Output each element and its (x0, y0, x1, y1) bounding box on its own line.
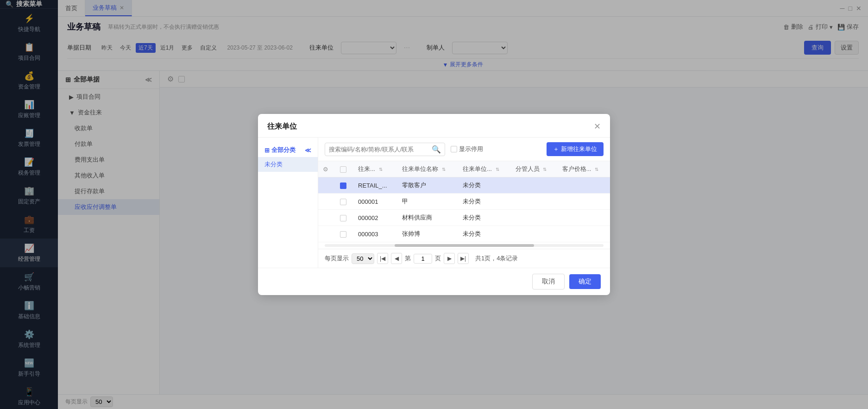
last-page-button[interactable]: ▶| (458, 253, 469, 264)
scrollbar-track (325, 244, 604, 247)
td-category: 未分类 (458, 226, 510, 242)
modal-search-box[interactable]: 🔍 (325, 143, 445, 156)
page-size-select[interactable]: 50 (352, 253, 374, 264)
sort-icon: ⇅ (379, 167, 383, 172)
collapse-icon: ≪ (305, 147, 311, 154)
total-info: 共1页，4条记录 (475, 254, 518, 263)
sort-icon: ⇅ (595, 167, 598, 172)
th-manager[interactable]: 分管人员 ⇅ (511, 161, 558, 177)
add-partner-button[interactable]: ＋ 新增往来单位 (547, 142, 604, 156)
table-row[interactable]: 000003 张帅博 未分类 (318, 226, 610, 242)
td-settings (318, 226, 335, 242)
modal-table: ⚙ 往来... ⇅ 往来单位名称 ⇅ (318, 161, 610, 242)
th-select (335, 161, 353, 177)
modal-header: 往来单位 ✕ (258, 114, 610, 138)
td-name: 零散客户 (397, 177, 458, 194)
sort-icon: ⇅ (442, 167, 446, 172)
modal-close-button[interactable]: ✕ (594, 121, 601, 132)
th-settings: ⚙ (318, 161, 335, 177)
th-category[interactable]: 往来单位... ⇅ (458, 161, 510, 177)
table-row[interactable]: RETAIL_... 零散客户 未分类 (318, 177, 610, 194)
scrollbar-thumb (395, 244, 534, 247)
show-disabled-toggle[interactable]: 显示停用 (451, 145, 483, 153)
modal-right: 🔍 显示停用 ＋ 新增往来单位 ⚙ (318, 138, 610, 268)
next-page-button[interactable]: ▶ (444, 253, 455, 264)
td-checkbox[interactable] (335, 226, 353, 242)
page-number-input[interactable] (414, 254, 432, 264)
td-name: 张帅博 (397, 226, 458, 242)
table-row[interactable]: 000001 甲 未分类 (318, 194, 610, 210)
td-checkbox[interactable] (335, 194, 353, 210)
td-checkbox[interactable] (335, 177, 353, 194)
td-manager (511, 177, 558, 194)
modal-toolbar: 🔍 显示停用 ＋ 新增往来单位 (318, 138, 610, 161)
modal-footer: 取消 确定 (258, 268, 610, 295)
td-price (558, 194, 610, 210)
first-page-button[interactable]: |◀ (377, 253, 388, 264)
td-price (558, 177, 610, 194)
partner-modal: 往来单位 ✕ ⊞ 全部分类 ≪ 未分类 🔍 (258, 114, 610, 295)
td-settings (318, 210, 335, 226)
td-category: 未分类 (458, 177, 510, 194)
th-code[interactable]: 往来... ⇅ (353, 161, 397, 177)
td-category: 未分类 (458, 210, 510, 226)
table-header-row: ⚙ 往来... ⇅ 往来单位名称 ⇅ (318, 161, 610, 177)
td-manager (511, 226, 558, 242)
modal-search-icon: 🔍 (432, 145, 441, 154)
category-item-unclassified[interactable]: 未分类 (258, 157, 318, 172)
overlay: 往来单位 ✕ ⊞ 全部分类 ≪ 未分类 🔍 (0, 0, 868, 409)
modal-title: 往来单位 (267, 122, 297, 132)
td-code: 000001 (353, 194, 397, 210)
modal-pagination: 每页显示 50 |◀ ◀ 第 页 ▶ ▶| 共1页，4条记录 (318, 249, 610, 268)
category-header[interactable]: ⊞ 全部分类 ≪ (258, 143, 318, 157)
td-settings (318, 194, 335, 210)
td-manager (511, 194, 558, 210)
td-name: 材料供应商 (397, 210, 458, 226)
td-settings (318, 177, 335, 194)
modal-search-input[interactable] (329, 146, 432, 153)
modal-categories: ⊞ 全部分类 ≪ 未分类 (258, 138, 318, 268)
td-price (558, 210, 610, 226)
td-code: RETAIL_... (353, 177, 397, 194)
modal-table-wrap: ⚙ 往来... ⇅ 往来单位名称 ⇅ (318, 161, 610, 242)
confirm-button[interactable]: 确定 (569, 274, 601, 289)
sort-icon: ⇅ (543, 167, 547, 172)
td-checkbox[interactable] (335, 210, 353, 226)
sort-icon: ⇅ (496, 167, 499, 172)
prev-page-button[interactable]: ◀ (391, 253, 402, 264)
hash-icon: ⊞ (264, 147, 270, 154)
cancel-button[interactable]: 取消 (532, 274, 565, 289)
th-price[interactable]: 客户价格... ⇅ (558, 161, 610, 177)
td-category: 未分类 (458, 194, 510, 210)
td-name: 甲 (397, 194, 458, 210)
modal-body: ⊞ 全部分类 ≪ 未分类 🔍 显示停用 (258, 138, 610, 268)
td-price (558, 226, 610, 242)
td-code: 000002 (353, 210, 397, 226)
table-row[interactable]: 000002 材料供应商 未分类 (318, 210, 610, 226)
th-name[interactable]: 往来单位名称 ⇅ (397, 161, 458, 177)
td-manager (511, 210, 558, 226)
td-code: 000003 (353, 226, 397, 242)
show-disabled-checkbox[interactable] (451, 146, 457, 152)
